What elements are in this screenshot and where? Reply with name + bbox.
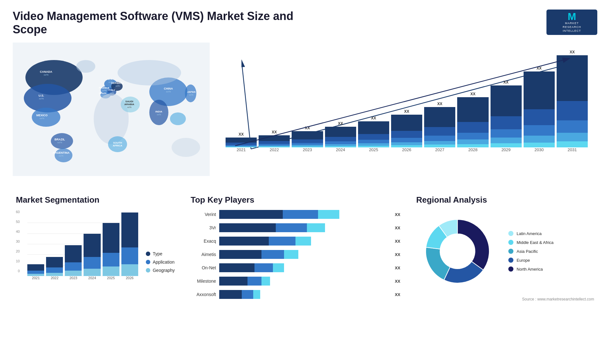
bar-stack: [358, 121, 389, 147]
seg-y-label: 20: [16, 249, 20, 253]
bar-segment: [325, 137, 356, 141]
svg-point-17: [185, 84, 196, 102]
world-map: CANADA xx% U.S. xx% MEXICO xx% BRAZIL xx…: [13, 43, 210, 176]
seg-y-label: 40: [16, 230, 20, 233]
svg-text:GERMANY: GERMANY: [111, 82, 125, 84]
bar-segment: [292, 131, 323, 139]
player-bar-container: [219, 277, 390, 286]
seg-bar-group: [121, 212, 138, 276]
player-bar-segment: [261, 277, 270, 286]
bar-segment: [358, 134, 389, 140]
player-value: XX: [395, 266, 400, 270]
svg-text:xx%: xx%: [39, 117, 44, 120]
map-section: CANADA xx% U.S. xx% MEXICO xx% BRAZIL xx…: [13, 43, 210, 182]
regional-legend-label: Middle East & Africa: [517, 240, 553, 245]
seg-bar-group: [27, 264, 44, 276]
seg-bar-segment: [103, 223, 119, 253]
svg-text:xx%: xx%: [157, 113, 161, 116]
bar-segment: [259, 135, 290, 141]
bar-segment: [358, 140, 389, 143]
seg-bar-segment: [27, 274, 44, 276]
seg-bar-group: [46, 257, 63, 276]
segmentation-section: Market Segmentation 6050403020100 202120…: [13, 192, 178, 305]
seg-bar-segment: [65, 245, 82, 262]
bar-stack: [391, 115, 422, 147]
player-value: XX: [395, 279, 400, 284]
player-row: ExacqXX: [191, 237, 400, 246]
player-bar-segment: [254, 263, 273, 272]
seg-bar-segment: [65, 271, 82, 276]
player-bar-segment: [269, 237, 295, 246]
bar-segment: [557, 141, 588, 147]
donut-segment: [426, 247, 450, 280]
players-section: Top Key Players VerintXX3VrXXExacqXXAime…: [187, 192, 403, 305]
bar-segment: [491, 138, 522, 143]
player-name: On-Net: [191, 265, 216, 270]
bar-segment: [491, 129, 522, 138]
bar-stack: [259, 135, 290, 147]
bar-segment: [391, 138, 422, 142]
bar-segment: [557, 101, 588, 120]
bar-segment: [391, 131, 422, 138]
player-bar-segment: [295, 237, 311, 246]
bar-segment: [226, 138, 257, 142]
seg-bar-segment: [65, 262, 82, 271]
bar-segment: [457, 144, 488, 147]
logo-letter: M: [568, 11, 576, 22]
player-name: 3Vr: [191, 225, 216, 230]
player-bar-segment: [219, 237, 269, 246]
player-bar-segment: [242, 290, 253, 299]
bar-stack: [457, 97, 488, 147]
bar-segment: [358, 121, 389, 134]
svg-text:ITALY: ITALY: [108, 89, 115, 91]
bottom-grid: Market Segmentation 6050403020100 202120…: [13, 192, 597, 305]
player-bar-segment: [219, 290, 242, 299]
svg-text:INDIA: INDIA: [155, 110, 162, 113]
bar-segment: [457, 97, 488, 122]
chart-section: XXXXXXXXXXXXXXXXXXXXXX 20212022202320242…: [216, 43, 597, 182]
legend-label: Application: [153, 260, 175, 265]
svg-text:xx%: xx%: [100, 95, 105, 97]
segmentation-title: Market Segmentation: [16, 195, 175, 205]
seg-bar-stack: [65, 245, 82, 276]
seg-x-label: 2022: [46, 276, 63, 280]
page-title: Video Management Software (VMS) Market S…: [13, 10, 299, 36]
player-value: XX: [395, 292, 400, 297]
seg-legend-item: Application: [146, 260, 175, 265]
seg-bar-segment: [121, 212, 138, 247]
donut-chart: [416, 210, 499, 293]
bar-group: XX: [557, 55, 588, 147]
player-bar-segment: [283, 210, 318, 219]
regional-title: Regional Analysis: [416, 195, 594, 205]
regional-dot: [508, 240, 513, 245]
player-bar-container: [219, 210, 390, 219]
seg-y-label: 30: [16, 239, 20, 243]
bar-segment: [424, 136, 455, 141]
player-name: Exacq: [191, 239, 216, 244]
svg-point-6: [55, 148, 72, 162]
player-row: 3VrXX: [191, 223, 400, 232]
seg-y-axis: 6050403020100: [16, 210, 20, 280]
seg-bar-segment: [121, 264, 138, 276]
bar-segment: [391, 115, 422, 131]
svg-text:AFRICA: AFRICA: [113, 144, 122, 147]
bar-group: XX: [391, 55, 422, 147]
seg-y-label: 60: [16, 210, 20, 214]
bar-segment: [424, 107, 455, 127]
seg-x-label: 2026: [121, 276, 138, 280]
seg-bar-segment: [121, 247, 138, 264]
x-axis-label: 2024: [325, 147, 356, 152]
player-name: Aimetis: [191, 252, 216, 257]
seg-legend-item: Geography: [146, 268, 175, 273]
player-value: XX: [395, 212, 400, 217]
bar-label-top: XX: [570, 50, 575, 54]
regional-dot: [508, 231, 513, 236]
bar-segment: [391, 142, 422, 145]
x-axis-label: 2021: [226, 147, 257, 152]
svg-text:U.S.: U.S.: [38, 94, 44, 97]
player-row: AimetisXX: [191, 250, 400, 259]
regional-dot: [508, 249, 513, 254]
player-bar-container: [219, 263, 390, 272]
legend-label: Type: [153, 251, 162, 256]
svg-point-18: [170, 112, 186, 125]
